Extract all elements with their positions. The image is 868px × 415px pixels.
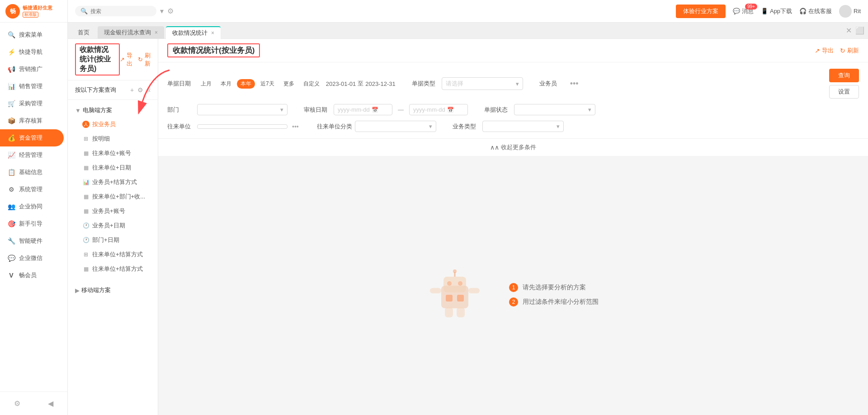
promo-btn[interactable]: 体验行业方案 [676,5,726,18]
export-button[interactable]: ↗ 导出 [815,47,834,55]
salesman-filter: 业务员 ••• [539,79,579,89]
expand-arrow-icon: ▼ [75,107,81,114]
notification-item[interactable]: 💬 消息 99+ [733,7,754,15]
settings-bottom-icon[interactable]: ⚙ [11,396,23,410]
scheme-item-customer-account[interactable]: ▦ 往来单位+账号 [68,146,158,160]
review-date-end[interactable]: yyyy-mm-dd 📅 [409,104,468,115]
date-tab-this-year[interactable]: 本年 [237,79,255,89]
pc-scheme-group-title[interactable]: ▼ 电脑端方案 [68,104,158,117]
search-box[interactable]: 🔍 [75,6,156,16]
sidebar-item-shortcut[interactable]: ⚡ 快捷导航 [0,43,67,61]
sidebar-item-marketing[interactable]: 📢 营销推广 [0,61,67,78]
date-label: 单据日期 [167,80,194,88]
sidebar-item-vip[interactable]: V 畅会员 [0,267,67,284]
sidebar-item-system[interactable]: ⚙ 系统管理 [0,181,67,198]
setting-btn[interactable]: 设置 [829,85,859,99]
scheme-item-salesman-settle[interactable]: 📊 业务员+结算方式 [68,175,158,189]
review-date-end-value: yyyy-mm-dd [413,106,445,113]
guide-icon: 🎯 [7,220,15,228]
headset-icon: 🎧 [799,8,807,14]
collapse-panel-icon[interactable]: « [147,86,151,94]
tab-receipt-close[interactable]: × [211,30,214,36]
query-btn[interactable]: 查询 [829,69,859,82]
tab-receipt[interactable]: 收款情况统计 × [166,26,221,39]
date-tab-this-month[interactable]: 本月 [217,79,235,89]
record-status-select[interactable]: ▾ [514,104,595,115]
customer-filter: 往来单位 ••• [167,123,301,131]
review-date-start[interactable]: yyyy-mm-dd 📅 [334,104,392,115]
add-scheme-icon[interactable]: + [130,86,134,94]
customer-input[interactable] [197,124,288,129]
search-input[interactable] [90,8,145,14]
user-item[interactable]: Rit [839,5,861,18]
scheme-item-by-detail[interactable]: ⊞ 按明细 [68,132,158,146]
date-tab-7days[interactable]: 近7天 [257,79,278,89]
record-type-select[interactable]: 请选择 ▾ [442,77,523,90]
review-date-filter: 审核日期 yyyy-mm-dd 📅 — yyyy-mm-dd 📅 [304,104,468,115]
step-1-num: 1 [509,283,518,292]
logo-icon: 畅 [5,4,20,19]
filter-row-1: 单据日期 上月 本月 本年 近7天 更多 自定义 2023-01-01 至 [167,69,859,99]
sidebar-item-hardware[interactable]: 🔧 智能硬件 [0,232,67,250]
maximize-icon[interactable]: ⬜ [855,26,864,35]
date-tab-more[interactable]: 更多 [280,79,298,89]
header-right-actions: ↗ 导出 ↻ 刷新 [815,47,859,55]
tab-home[interactable]: 首页 [71,26,96,39]
app-download-item[interactable]: 📱 App下载 [761,7,792,15]
date-tab-last-month[interactable]: 上月 [197,79,215,89]
scheme-settings-icon[interactable]: ⚙ [137,86,143,94]
sidebar-item-sales[interactable]: 📊 销售管理 [0,78,67,95]
step-2: 2 用过滤条件来缩小分析范围 [509,297,599,307]
sidebar-item-corp[interactable]: 👥 企业协同 [0,198,67,215]
collapse-bar[interactable]: ∧∧ 收起更多条件 [158,138,868,156]
online-service-item[interactable]: 🎧 在线客服 [799,7,832,15]
sidebar-item-inventory[interactable]: 📦 库存核算 [0,112,67,129]
scheme-item-salesman-account[interactable]: ▦ 业务员+账号 [68,204,158,218]
scheme-item-customer-settle2[interactable]: ▦ 往来单位+结算方式 [68,262,158,276]
export-btn[interactable]: ↗ 导出 [120,52,132,68]
topbar-dropdown-icon[interactable]: ▾ [160,7,164,15]
biztype-dropdown-icon: ▾ [557,123,560,130]
sidebar-item-label: 畅会员 [19,271,37,279]
logo: 畅 畅捷通好生意 标准版 [0,0,67,23]
sales-icon: 📊 [7,82,15,90]
refresh-button[interactable]: ↻ 刷新 [840,47,859,55]
sidebar-item-search[interactable]: 🔍 搜索菜单 [0,26,67,43]
scheme-item-customer-date[interactable]: ▦ 往来单位+日期 [68,160,158,175]
date-tab-custom[interactable]: 自定义 [300,79,323,89]
biz-type-select[interactable]: ▾ [482,121,564,132]
chevron-up-icon: ∧∧ [490,144,499,151]
marketing-icon: 📢 [7,65,15,73]
topbar-settings-icon[interactable]: ⚙ [167,7,174,15]
refresh-btn[interactable]: ↻ 刷新 [138,52,151,68]
scheme-item-salesman-date[interactable]: 🕐 业务员+日期 [68,218,158,233]
scheme-item-by-salesman[interactable]: 人 按业务员 [68,117,158,132]
tab-bank-close[interactable]: × [155,29,158,36]
date-tabs: 上月 本月 本年 近7天 更多 自定义 [197,79,323,89]
sidebar-item-base[interactable]: 📋 基础信息 [0,164,67,181]
sidebar-item-label: 基础信息 [19,168,42,176]
filter-area: 单据日期 上月 本月 本年 近7天 更多 自定义 2023-01-01 至 [158,62,868,138]
customer-more-icon[interactable]: ••• [290,123,301,130]
sidebar-item-wechat[interactable]: 💬 企业微信 [0,250,67,267]
dept-select[interactable]: ▾ [197,104,288,115]
sidebar-item-label: 系统管理 [19,185,42,193]
scheme-item-customer-settle1[interactable]: ⊞ 往来单位+结算方式 [68,247,158,262]
empty-illustration [428,268,482,322]
scheme-item-dept-date[interactable]: 🕐 部门+日期 [68,233,158,247]
step-2-text: 用过滤条件来缩小分析范围 [523,298,599,306]
salesman-more-icon[interactable]: ••• [570,79,579,89]
tab-bank[interactable]: 现金银行流水查询 × [98,26,164,39]
mobile-scheme-group-title[interactable]: ▶ 移动端方案 [68,283,158,297]
collapse-sidebar-icon[interactable]: ◀ [45,396,56,410]
sidebar-item-operation[interactable]: 📈 经营管理 [0,146,67,164]
sidebar-item-guide[interactable]: 🎯 新手引导 [0,215,67,232]
review-date-start-value: yyyy-mm-dd [338,106,370,113]
close-all-icon[interactable]: ✕ [846,26,852,35]
sidebar-item-purchase[interactable]: 🛒 采购管理 [0,95,67,112]
customer-category-select[interactable]: ▾ [355,121,436,132]
scheme-item-by-customer-dept[interactable]: ▦ 按来单位+部门+收... [68,189,158,204]
main-area: 🔍 ▾ ⚙ 体验行业方案 💬 消息 99+ 📱 App下载 🎧 在线客服 [68,0,868,415]
sidebar-item-finance[interactable]: 💰 资金管理 [0,129,64,146]
base-icon: 📋 [7,168,15,176]
